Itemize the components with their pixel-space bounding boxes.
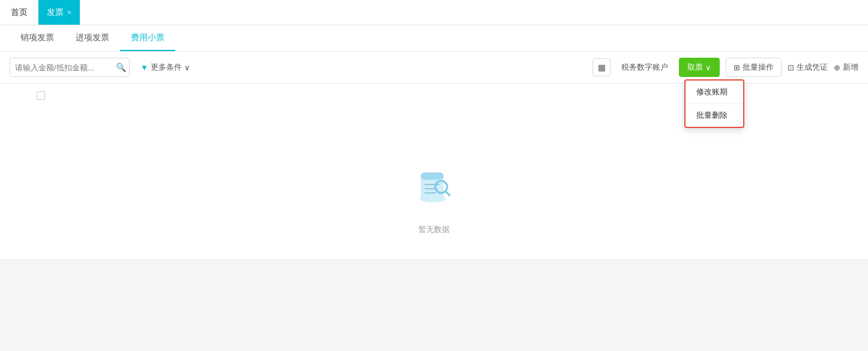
sub-nav: 销项发票 进项发票 费用小票 [0,25,868,52]
sort-icon[interactable]: ⇅ [303,93,307,99]
modify-period-item[interactable]: 修改账期 [686,81,743,103]
empty-state-icon [404,156,464,216]
gen-voucher-button[interactable]: ⊡ 生成凭证 [788,62,828,73]
search-icon[interactable]: 🔍 [116,63,126,72]
voucher-icon: ⊡ [70,91,76,100]
filter-chevron: ∨ [184,63,190,72]
voucher-sort-icon[interactable]: ⇅ [79,93,83,99]
gen-voucher-label: 生成凭证 [797,62,828,73]
th-voucher[interactable]: 凭证 ⊡ ⇅ [52,90,167,101]
qr-icon: ▦ [598,63,606,72]
take-invoice-button[interactable]: 取票 ∨ [679,58,720,77]
invoice-tab-label: 发票 [47,7,64,18]
filter-button[interactable]: ▼ 更多条件 ∨ [136,58,195,77]
sort-icon[interactable]: ⇅ [611,93,616,99]
th-amount[interactable]: ⇅ 金额 ⇅ [495,90,611,101]
gen-voucher-icon: ⊡ [788,63,794,72]
empty-text: 暂无数据 [418,224,450,235]
filter-label: 更多条件 [151,62,182,73]
filter-icon: ▼ [140,63,148,72]
expense-type-sort-icon[interactable]: ⇅ [208,93,213,99]
sub-nav-sales-invoice[interactable]: 销项发票 [10,25,65,51]
top-nav-bar: 首页 发票 × [0,0,868,25]
invoice-tab[interactable]: 发票 × [38,0,80,25]
th-expense-type[interactable]: ⇅ 费用类型 ⇅ [167,90,303,101]
qr-button[interactable]: ▦ [592,58,610,76]
batch-op-icon: ⊞ [734,63,740,72]
sort-icon[interactable]: ⇅ [495,93,500,99]
settings-icon[interactable]: ⚙ [14,91,22,100]
count-sort-icon[interactable]: ⇅ [328,93,333,99]
header-checkbox[interactable] [37,91,45,100]
close-tab-icon[interactable]: × [67,8,71,17]
sub-nav-expense-receipt[interactable]: 费用小票 [120,25,175,51]
th-date[interactable]: ⇅ 单据日期 ⇅ [379,90,495,101]
deduct-amount-sort-icon[interactable]: ⇅ [768,93,773,99]
svg-rect-2 [421,172,444,180]
date-sort-icon[interactable]: ⇅ [420,93,425,99]
th-checkbox[interactable] [30,91,52,100]
sub-nav-purchase-invoice[interactable]: 进项发票 [65,25,120,51]
new-label: 新增 [843,62,858,73]
svg-line-7 [445,191,450,195]
take-invoice-chevron: ∨ [705,63,711,72]
batch-operation-button[interactable]: ⊞ 批量操作 [726,58,782,77]
toolbar-right: ▦ 税务数字账户 取票 ∨ ⊞ 批量操作 ⊡ 生成凭证 ⊕ 新增 修改账期 批量… [592,58,858,77]
th-settings[interactable]: ⚙ [6,91,30,100]
toolbar: 🔍 ▼ 更多条件 ∨ ▦ 税务数字账户 取票 ∨ ⊞ 批量操作 ⊡ 生成凭证 ⊕… [0,52,868,84]
batch-op-label: 批量操作 [743,62,774,73]
new-icon: ⊕ [834,63,840,72]
home-tab[interactable]: 首页 [0,0,38,25]
new-button[interactable]: ⊕ 新增 [834,62,858,73]
take-invoice-label: 取票 [687,62,703,73]
sort-icon[interactable]: ⇅ [379,93,384,99]
batch-delete-item[interactable]: 批量删除 [686,104,743,127]
search-input[interactable] [15,63,116,72]
home-label: 首页 [11,7,28,18]
batch-dropdown-menu: 修改账期 批量删除 [684,79,744,128]
empty-state: 暂无数据 [0,108,868,259]
sort-icon[interactable]: ⇅ [167,93,172,99]
search-box[interactable]: 🔍 [10,58,130,77]
amount-sort-icon[interactable]: ⇅ [520,93,525,99]
th-count[interactable]: ⇅ 张数 ⇅ [303,90,380,101]
tax-account-button[interactable]: 税务数字账户 [616,62,673,73]
deduct-rate-sort-icon[interactable]: ⇅ [644,93,649,99]
th-deduct-amount[interactable]: ⇅ 抵扣金额 ⇅ [727,90,862,101]
